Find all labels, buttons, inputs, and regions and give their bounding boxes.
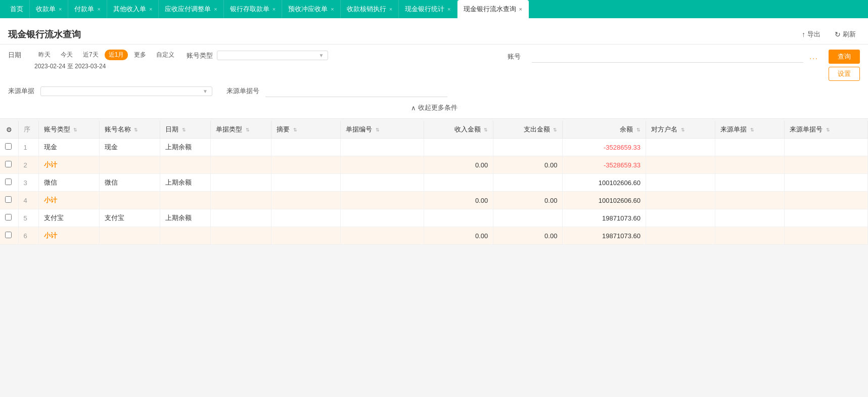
row-checkbox[interactable] — [0, 192, 18, 209]
table-row[interactable]: 6 小计 0.00 0.00 19871073.60 — [0, 227, 868, 245]
nav-receipt[interactable]: 收款单 × — [30, 0, 68, 18]
row-doc-number — [341, 227, 424, 245]
account-input[interactable] — [532, 51, 803, 63]
row-checkbox[interactable] — [0, 156, 18, 174]
row-account-type: 支付宝 — [38, 209, 99, 227]
row-date: 上期余额 — [160, 209, 210, 227]
row-balance: 100102606.60 — [563, 174, 646, 192]
close-other-income-icon[interactable]: × — [149, 6, 152, 12]
date-month[interactable]: 近1月 — [105, 50, 128, 60]
close-flow-icon[interactable]: × — [519, 6, 522, 12]
row-doc-type — [211, 174, 271, 192]
close-advance-icon[interactable]: × — [331, 6, 334, 12]
collapse-bar[interactable]: ∧ 收起更多条件 — [8, 101, 860, 114]
date-more[interactable]: 更多 — [130, 50, 150, 60]
date-week[interactable]: 近7天 — [79, 50, 103, 60]
row-doc-type — [211, 139, 271, 156]
row-counterparty — [646, 174, 715, 192]
table-row[interactable]: 3 微信 微信 上期余额 100102606.60 — [0, 174, 868, 192]
col-source-doc[interactable]: 来源单据 ⇅ — [715, 121, 785, 139]
row-source-doc-num — [785, 227, 868, 245]
source-doc-arrow-icon: ▼ — [203, 89, 208, 94]
col-doc-number[interactable]: 单据编号 ⇅ — [341, 121, 424, 139]
col-account-type[interactable]: 账号类型 ⇅ — [38, 121, 99, 139]
row-account-name: 支付宝 — [99, 209, 160, 227]
row-expense: 0.00 — [493, 192, 563, 209]
source-doc-label: 来源单据 — [8, 86, 34, 96]
nav-ar-ap-adjust[interactable]: 应收应付调整单 × — [159, 0, 223, 18]
row-account-name: 现金 — [99, 139, 160, 156]
close-payment-icon[interactable]: × — [97, 6, 100, 12]
col-income[interactable]: 收入金额 ⇅ — [424, 121, 493, 139]
row-source-doc-num — [785, 174, 868, 192]
row-doc-type — [211, 209, 271, 227]
row-counterparty — [646, 139, 715, 156]
table-header-row: ⚙ 序 账号类型 ⇅ 账号名称 ⇅ 日期 ⇅ 单据类型 ⇅ — [0, 121, 868, 139]
row-counterparty — [646, 192, 715, 209]
row-checkbox[interactable] — [0, 174, 18, 192]
row-expense — [493, 139, 563, 156]
col-account-name[interactable]: 账号名称 ⇅ — [99, 121, 160, 139]
row-doc-type — [211, 192, 271, 209]
row-source-doc — [715, 192, 785, 209]
date-today[interactable]: 今天 — [57, 50, 77, 60]
nav-bank-deposit[interactable]: 银行存取款单 × — [224, 0, 282, 18]
page-header: 现金银行流水查询 ↑ 导出 ↻ 刷新 — [0, 18, 868, 45]
table-row[interactable]: 2 小计 0.00 0.00 -3528659.33 — [0, 156, 868, 174]
nav-cash-bank-flow[interactable]: 现金银行流水查询 × — [458, 0, 529, 18]
source-doc-select[interactable]: ▼ — [40, 86, 212, 96]
col-source-doc-num[interactable]: 来源单据号 ⇅ — [785, 121, 868, 139]
close-receipt-icon[interactable]: × — [59, 6, 62, 12]
date-custom[interactable]: 自定义 — [152, 50, 178, 60]
row-doc-type — [211, 156, 271, 174]
row-num: 2 — [18, 156, 38, 174]
table-row[interactable]: 5 支付宝 支付宝 上期余额 19871073.60 — [0, 209, 868, 227]
nav-advance-receipt[interactable]: 预收冲应收单 × — [282, 0, 340, 18]
row-balance: -3528659.33 — [563, 139, 646, 156]
close-bank-deposit-icon[interactable]: × — [272, 6, 276, 12]
sort-expense-icon: ⇅ — [553, 127, 557, 133]
row-balance: -3528659.33 — [563, 156, 646, 174]
close-collect-icon[interactable]: × — [389, 6, 392, 12]
table-settings-col[interactable]: ⚙ — [0, 121, 18, 139]
export-button[interactable]: ↑ 导出 — [798, 28, 825, 41]
query-button[interactable]: 查询 — [829, 50, 860, 64]
col-expense[interactable]: 支出金额 ⇅ — [493, 121, 563, 139]
row-checkbox[interactable] — [0, 139, 18, 156]
table-row[interactable]: 4 小计 0.00 0.00 100102606.60 — [0, 192, 868, 209]
col-counterparty[interactable]: 对方户名 ⇅ — [646, 121, 715, 139]
nav-collection-execute[interactable]: 收款核销执行 × — [341, 0, 399, 18]
source-doc-num-input[interactable] — [265, 85, 447, 97]
nav-payment[interactable]: 付款单 × — [68, 0, 107, 18]
row-num: 6 — [18, 227, 38, 245]
header-actions: ↑ 导出 ↻ 刷新 — [798, 28, 860, 41]
table-row[interactable]: 1 现金 现金 上期余额 -3528659.33 — [0, 139, 868, 156]
setting-button[interactable]: 设置 — [829, 67, 860, 81]
account-type-label: 账号类型 — [187, 51, 213, 60]
row-summary — [271, 139, 341, 156]
col-summary[interactable]: 摘要 ⇅ — [271, 121, 341, 139]
refresh-button[interactable]: ↻ 刷新 — [831, 28, 860, 41]
col-balance[interactable]: 余额 ⇅ — [563, 121, 646, 139]
collapse-up-icon: ∧ — [411, 104, 416, 112]
sort-source-doc-icon: ⇅ — [750, 127, 754, 133]
row-date: 上期余额 — [160, 139, 210, 156]
row-checkbox[interactable] — [0, 227, 18, 245]
row-checkbox[interactable] — [0, 209, 18, 227]
row-expense — [493, 209, 563, 227]
row-source-doc-num — [785, 139, 868, 156]
account-type-select[interactable]: ▼ — [217, 51, 328, 60]
row-account-type: 现金 — [38, 139, 99, 156]
row-expense — [493, 174, 563, 192]
col-date[interactable]: 日期 ⇅ — [160, 121, 210, 139]
row-source-doc-num — [785, 156, 868, 174]
row-date: 上期余额 — [160, 174, 210, 192]
nav-cash-bank-stats[interactable]: 现金银行统计 × — [399, 0, 457, 18]
col-doc-type[interactable]: 单据类型 ⇅ — [211, 121, 271, 139]
account-more-button[interactable]: ... — [807, 53, 820, 61]
close-ar-ap-icon[interactable]: × — [214, 6, 217, 12]
date-yesterday[interactable]: 昨天 — [34, 50, 55, 60]
nav-other-income[interactable]: 其他收入单 × — [107, 0, 159, 18]
nav-home[interactable]: 首页 — [4, 0, 30, 18]
close-stats-icon[interactable]: × — [447, 6, 450, 12]
